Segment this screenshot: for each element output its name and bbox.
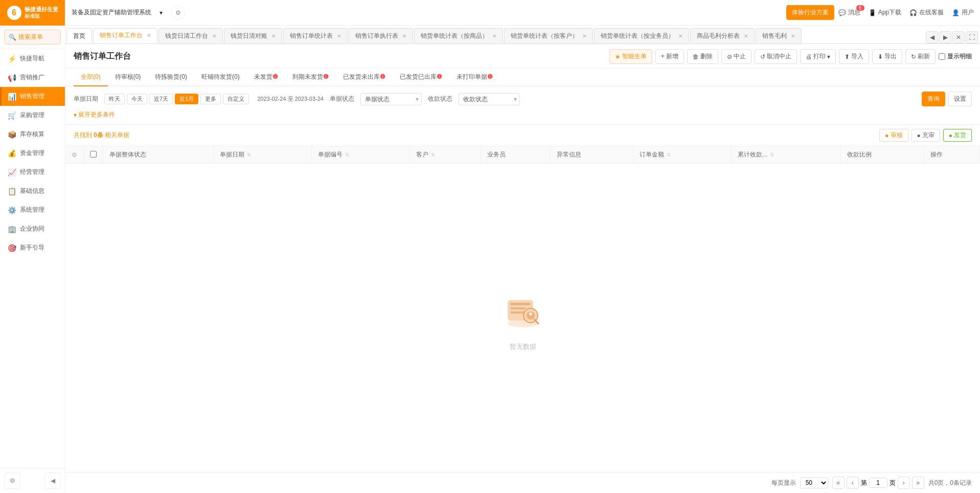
sidebar-item-guide[interactable]: 🎯 新手引导	[0, 238, 65, 257]
tab-sales-exec-close[interactable]: ✕	[402, 33, 406, 39]
sidebar-item-finance[interactable]: 💰 资金管理	[0, 144, 65, 163]
tab-cash-daily-close[interactable]: ✕	[212, 33, 216, 39]
sub-tab-shipped-out[interactable]: 已发货已出库❶	[393, 69, 449, 86]
ship-action-button[interactable]: ● 发货	[943, 129, 972, 142]
sub-tab-not-shipped[interactable]: 未发货❶	[247, 69, 285, 86]
filter-expand-row: ▾ 展开更多条件	[74, 110, 972, 119]
app-download-button[interactable]: 📱 App下载	[869, 8, 901, 17]
tab-cash-reconcile[interactable]: 钱货日清对账 ✕	[224, 28, 282, 43]
sub-tab-pending-check[interactable]: 待拣验货(0)	[148, 69, 194, 86]
th-checkbox[interactable]	[84, 146, 103, 164]
page-number-input[interactable]	[869, 478, 887, 488]
cancel-review-action-button[interactable]: ● 充审	[911, 129, 940, 142]
tab-cash-reconcile-close[interactable]: ✕	[271, 33, 276, 39]
sidebar-item-marketing[interactable]: 📢 营销推广	[0, 68, 65, 87]
tab-sales-profit[interactable]: 销售毛利 ✕	[756, 28, 802, 43]
page-size-select[interactable]: 50 10 20 100	[800, 477, 828, 488]
sidebar-item-inventory[interactable]: 📦 库存核算	[0, 125, 65, 144]
th-amount[interactable]: 订单金额 ⇅	[633, 146, 731, 164]
delete-button[interactable]: 🗑 删除	[687, 49, 718, 64]
export-button[interactable]: ⬇ 导出	[872, 49, 902, 64]
refresh-button[interactable]: ↻ 刷新	[905, 49, 936, 64]
table-scroll-wrap: ⚙ 单据整体状态 单据日期 ⇅ 单据编号 ⇅	[65, 146, 980, 164]
sidebar-item-quicknav[interactable]: ⚡ 快捷导航	[0, 49, 65, 68]
tab-fullscreen-button[interactable]: ⛶	[966, 31, 978, 43]
print-button[interactable]: 🖨 打印 ▾	[800, 49, 836, 64]
tab-sales-stats[interactable]: 销售订单统计表 ✕	[283, 28, 348, 43]
tab-cash-daily[interactable]: 钱货日清工作台 ✕	[158, 28, 223, 43]
sidebar-item-operations[interactable]: 📈 经营管理	[0, 163, 65, 182]
tab-close-all-button[interactable]: ✕	[952, 31, 965, 43]
select-all-checkbox[interactable]	[90, 151, 97, 158]
filter-settings-button[interactable]: 设置	[948, 92, 972, 106]
show-detail-label[interactable]: 显示明细	[939, 52, 972, 61]
show-detail-checkbox[interactable]	[939, 53, 945, 60]
tab-home[interactable]: 首页	[66, 28, 92, 43]
message-button[interactable]: 💬 消息 6	[838, 8, 860, 17]
collapse-button[interactable]: ◀	[44, 473, 61, 489]
online-service-button[interactable]: 🎧 在线客服	[909, 8, 944, 17]
tab-gross-margin[interactable]: 商品毛利分析表 ✕	[690, 28, 755, 43]
import-button[interactable]: ⬆ 导入	[839, 49, 869, 64]
tab-summary-customer-close[interactable]: ✕	[582, 33, 586, 39]
sub-tab-all[interactable]: 全部(0)	[74, 69, 108, 86]
page-first-button[interactable]: «	[832, 477, 845, 489]
sidebar-item-sales[interactable]: 📊 销售管理	[0, 87, 65, 106]
solution-button[interactable]: 体验行业方案	[786, 5, 834, 20]
sidebar-item-basic[interactable]: 📋 基础信息	[0, 182, 65, 200]
page-last-button[interactable]: »	[912, 477, 924, 489]
tab-summary-product-close[interactable]: ✕	[492, 33, 496, 39]
tab-sales-profit-close[interactable]: ✕	[791, 33, 795, 39]
stop-button[interactable]: ⊘ 中止	[721, 49, 751, 64]
date-more-btn[interactable]: 更多	[200, 94, 221, 104]
user-button[interactable]: 👤 用户	[952, 8, 974, 17]
shipped-not-out-count: ❶	[380, 73, 385, 80]
tab-summary-customer[interactable]: 销货单统计表（按客户） ✕	[504, 28, 593, 43]
expand-filter-button[interactable]: ▾ 展开更多条件	[74, 110, 972, 119]
sub-tab-wangpu[interactable]: 旺铺待发货(0)	[194, 69, 247, 86]
tab-scroll-left-button[interactable]: ◀	[926, 31, 938, 43]
tab-sales-exec[interactable]: 销售订单执行表 ✕	[349, 28, 413, 43]
th-settings[interactable]: ⚙	[65, 146, 84, 164]
sub-tab-expired[interactable]: 到期未发货❶	[285, 69, 336, 86]
topbar-gear-button[interactable]: ⚙	[171, 6, 185, 20]
page-next-button[interactable]: ›	[898, 477, 910, 489]
status-select[interactable]: 单据状态	[360, 93, 422, 105]
search-menu-button[interactable]: 🔍 搜索菜单	[4, 30, 61, 44]
tab-sales-workbench[interactable]: 销售订单工作台 ✕	[93, 28, 157, 43]
tab-scroll-right-button[interactable]: ▶	[939, 31, 951, 43]
add-button[interactable]: + 新增	[655, 49, 684, 64]
sidebar-item-purchase[interactable]: 🛒 采购管理	[0, 106, 65, 125]
sub-tab-shipped-not-out[interactable]: 已发货未出库❶	[336, 69, 393, 86]
date-custom-btn[interactable]: 自定义	[223, 94, 249, 104]
cancel-stop-button[interactable]: ↺ 取消中止	[755, 49, 797, 64]
smart-create-button[interactable]: ★ 智能生单	[609, 49, 652, 64]
sidebar-item-enterprise[interactable]: 🏢 企业协同	[0, 219, 65, 238]
sub-tab-pending-review[interactable]: 待审核(0)	[108, 69, 148, 86]
tab-sales-stats-close[interactable]: ✕	[337, 33, 341, 39]
cancel-stop-icon: ↺	[760, 53, 765, 60]
date-7days-btn[interactable]: 近7天	[149, 94, 173, 104]
tab-sales-workbench-close[interactable]: ✕	[147, 33, 151, 38]
sub-tab-not-printed[interactable]: 未打印单据❶	[449, 69, 500, 86]
date-today-btn[interactable]: 今天	[127, 94, 147, 104]
empty-state-text: 暂无数据	[510, 342, 536, 351]
system-dropdown[interactable]: ▾	[155, 7, 167, 18]
date-1month-btn[interactable]: 近1月	[175, 94, 198, 104]
settings-button[interactable]: ⚙	[4, 473, 20, 489]
page-prev-button[interactable]: ‹	[847, 477, 859, 489]
th-number[interactable]: 单据编号 ⇅	[311, 146, 409, 164]
query-button[interactable]: 查询	[922, 92, 945, 106]
sidebar-item-system[interactable]: ⚙️ 系统管理	[0, 200, 65, 219]
tab-summary-staff[interactable]: 销货单统计表（按业务员） ✕	[594, 28, 689, 43]
filter-row-1: 单据日期 昨天 今天 近7天 近1月 更多 自定义 2023-02-24 至 2…	[74, 92, 972, 106]
review-action-button[interactable]: ● 审核	[879, 129, 908, 142]
tab-summary-product[interactable]: 销货单统计表（按商品） ✕	[414, 28, 503, 43]
tab-gross-margin-close[interactable]: ✕	[744, 33, 748, 39]
payment-select[interactable]: 收款状态	[459, 93, 520, 105]
th-collected[interactable]: 累计收款... ⇅	[732, 146, 841, 164]
th-customer[interactable]: 客户 ⇅	[410, 146, 481, 164]
th-date[interactable]: 单据日期 ⇅	[213, 146, 311, 164]
date-yesterday-btn[interactable]: 昨天	[104, 94, 125, 104]
tab-summary-staff-close[interactable]: ✕	[678, 33, 682, 39]
